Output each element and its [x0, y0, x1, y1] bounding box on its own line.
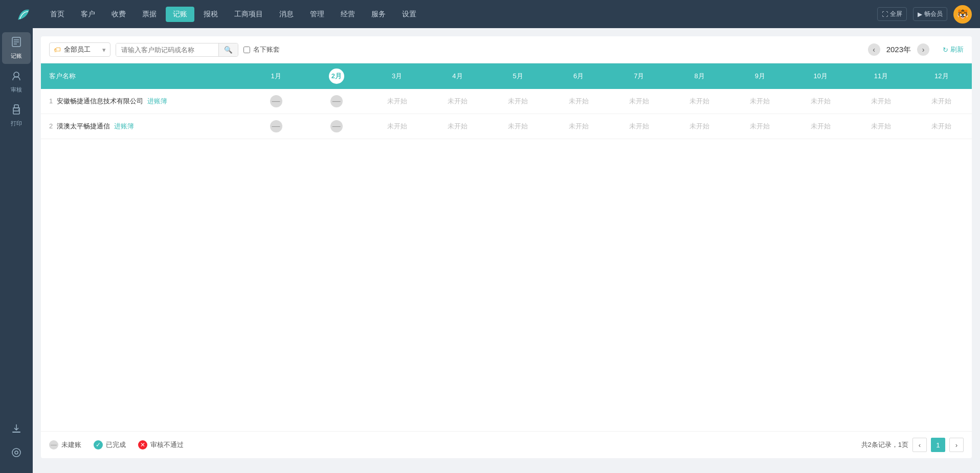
nav-fee[interactable]: 收费: [104, 7, 133, 22]
month-cell-3: 未开始: [367, 89, 427, 114]
nav-bookkeeping[interactable]: 记账: [166, 7, 194, 22]
customer-name-cell: 1安徽畅捷通信息技术有限公司进账簿: [41, 89, 246, 114]
next-year-button[interactable]: ›: [917, 43, 929, 56]
table-row: 2漠澳太平畅捷通信进账簿——未开始未开始未开始未开始未开始未开始未开始未开始未开…: [41, 114, 972, 139]
not-started-status: 未开始: [629, 97, 649, 105]
col-oct-header: 10月: [790, 63, 851, 89]
sidebar-download[interactable]: [2, 419, 31, 441]
nav-right: ⛶ 全屏 ▶ 畅会员 🐯: [877, 5, 972, 24]
row-number: 1: [49, 97, 53, 105]
nav-tax[interactable]: 报税: [196, 7, 225, 22]
chevron-down-icon: ▾: [102, 46, 106, 54]
row-number: 2: [49, 122, 53, 130]
user-avatar[interactable]: 🐯: [953, 5, 972, 24]
month-cell-12: 未开始: [911, 89, 972, 114]
legend-completed-label: 已完成: [106, 440, 126, 449]
month-cell-3: 未开始: [367, 114, 427, 139]
col-aug-header: 8月: [669, 63, 729, 89]
not-started-status: 未开始: [871, 122, 891, 130]
enter-ledger-link[interactable]: 进账簿: [147, 97, 167, 105]
legend-not-built-label: 未建账: [61, 440, 81, 449]
customer-name-cell: 2漠澳太平畅捷通信进账簿: [41, 114, 246, 139]
month-cell-4: 未开始: [427, 114, 487, 139]
play-icon: ▶: [918, 11, 922, 18]
main-table: 客户名称 1月 2月 3月 4月 5月 6月 7月 8月: [41, 63, 972, 139]
pagination: 共2条记录，1页 ‹ 1 ›: [861, 438, 964, 452]
month-cell-7: 未开始: [609, 89, 669, 114]
col-jun-header: 6月: [548, 63, 609, 89]
sidebar-bookkeeping-label: 记账: [11, 52, 22, 60]
content-area: 🏷 全部员工 ▾ 🔍 名下账套 ‹ 2023年 ›: [33, 28, 980, 473]
year-nav: ‹ 2023年 ›: [868, 43, 929, 56]
nav-operation[interactable]: 经营: [333, 7, 362, 22]
dash-status: —: [270, 120, 282, 132]
month-cell-2: —: [306, 89, 367, 114]
month-cell-11: 未开始: [851, 114, 911, 139]
not-started-status: 未开始: [508, 122, 528, 130]
not-started-status: 未开始: [750, 97, 770, 105]
sidebar-item-bookkeeping[interactable]: 记账: [2, 32, 31, 64]
nav-manage[interactable]: 管理: [303, 7, 331, 22]
nav-items: 首页 客户 收费 票据 记账 报税 工商项目 消息 管理 经营 服务 设置: [43, 7, 877, 22]
checkbox-label[interactable]: 名下账套: [243, 45, 280, 54]
month-cell-11: 未开始: [851, 89, 911, 114]
toolbar: 🏷 全部员工 ▾ 🔍 名下账套 ‹ 2023年 ›: [41, 36, 972, 63]
sidebar-print-label: 打印: [11, 120, 22, 127]
month-cell-4: 未开始: [427, 89, 487, 114]
svg-rect-6: [13, 111, 19, 114]
col-nov-header: 11月: [851, 63, 911, 89]
month-cell-5: 未开始: [488, 89, 548, 114]
search-input[interactable]: [116, 43, 218, 56]
not-started-status: 未开始: [629, 122, 649, 130]
page-1-button[interactable]: 1: [931, 438, 945, 452]
month-cell-10: 未开始: [790, 114, 851, 139]
nav-invoice[interactable]: 票据: [135, 7, 164, 22]
sidebar-item-print[interactable]: 打印: [2, 100, 31, 131]
col-may-header: 5月: [488, 63, 548, 89]
nav-service[interactable]: 服务: [364, 7, 393, 22]
prev-year-button[interactable]: ‹: [868, 43, 880, 56]
fullscreen-button[interactable]: ⛶ 全屏: [877, 7, 907, 21]
fullscreen-icon: ⛶: [882, 11, 888, 18]
not-started-status: 未开始: [569, 97, 589, 105]
not-started-status: 未开始: [689, 97, 709, 105]
month-cell-1: —: [246, 89, 306, 114]
nav-customer[interactable]: 客户: [74, 7, 102, 22]
refresh-button[interactable]: ↻ 刷新: [943, 45, 964, 54]
col-feb-header: 2月: [306, 63, 367, 89]
col-dec-header: 12月: [911, 63, 972, 89]
month-cell-1: —: [246, 114, 306, 139]
table-header-row: 客户名称 1月 2月 3月 4月 5月 6月 7月 8月: [41, 63, 972, 89]
label-icon: 🏷: [54, 46, 61, 54]
nav-settings[interactable]: 设置: [395, 7, 424, 22]
search-box: 🔍: [116, 43, 238, 57]
my-accounts-checkbox[interactable]: [243, 47, 250, 53]
month-cell-6: 未开始: [548, 114, 609, 139]
print-icon: [11, 104, 22, 118]
col-apr-header: 4月: [427, 63, 487, 89]
legend-teal-circle: ✓: [94, 440, 103, 449]
prev-page-button[interactable]: ‹: [912, 438, 927, 452]
nav-message[interactable]: 消息: [272, 7, 301, 22]
sidebar-support[interactable]: [2, 443, 31, 465]
nav-home[interactable]: 首页: [43, 7, 72, 22]
sidebar: 记账 审核 打印: [0, 28, 33, 473]
col-jul-header: 7月: [609, 63, 669, 89]
employee-select[interactable]: 🏷 全部员工 ▾: [49, 42, 110, 57]
legend-red-circle: ✕: [138, 440, 147, 449]
total-records: 共2条记录，1页: [861, 440, 908, 449]
month-cell-9: 未开始: [730, 114, 790, 139]
checkbox-text: 名下账套: [253, 45, 280, 54]
month-cell-2: —: [306, 114, 367, 139]
sidebar-item-review[interactable]: 审核: [2, 66, 31, 98]
member-button[interactable]: ▶ 畅会员: [913, 7, 947, 21]
legend-grey-circle: —: [49, 440, 58, 449]
support-icon: [11, 447, 22, 461]
download-icon: [11, 423, 22, 437]
search-button[interactable]: 🔍: [218, 43, 238, 56]
enter-ledger-link[interactable]: 进账簿: [114, 122, 134, 130]
bookkeeping-icon: [11, 36, 22, 50]
nav-business[interactable]: 工商项目: [227, 7, 270, 22]
next-page-button[interactable]: ›: [949, 438, 964, 452]
customer-name: 安徽畅捷通信息技术有限公司: [57, 97, 143, 105]
